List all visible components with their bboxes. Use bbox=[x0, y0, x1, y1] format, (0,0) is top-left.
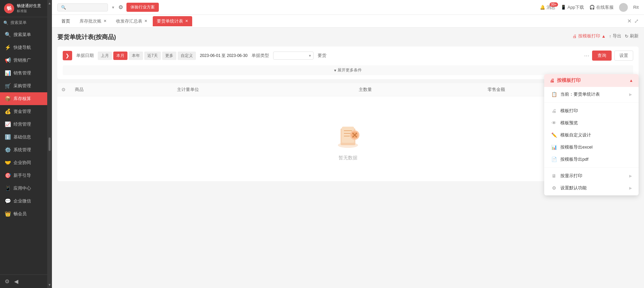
icon-template-excel: 📊 bbox=[551, 145, 557, 150]
sidebar-scrollbar[interactable]: ▲ ▼ bbox=[47, 0, 52, 288]
scroll-thumb[interactable] bbox=[49, 137, 51, 151]
query-btn[interactable]: 查询 bbox=[592, 51, 612, 61]
sidebar-item-finance[interactable]: 💰资金管理 bbox=[0, 105, 47, 118]
trial-btn[interactable]: 体验行业方案 bbox=[126, 3, 159, 12]
sidebar-item-system[interactable]: ⚙️系统管理 bbox=[0, 143, 47, 156]
dropdown-item-template-preview[interactable]: 👁模板预览 bbox=[544, 117, 639, 129]
sidebar-item-weixin[interactable]: 💬企业微信 bbox=[0, 195, 47, 207]
app-download-btn[interactable]: 📱 App下载 bbox=[561, 4, 584, 10]
printer-icon: 🖨 bbox=[573, 34, 577, 39]
date-range-display: 2023-06-01 至 2023-06-30 bbox=[200, 53, 247, 59]
dropdown-set-default[interactable]: ⚙ 设置默认功能 ▶ bbox=[544, 182, 639, 194]
product-label: 要货 bbox=[318, 53, 326, 59]
type-select[interactable] bbox=[273, 52, 314, 60]
filter-more-icon[interactable]: ⋯ bbox=[584, 53, 589, 59]
nav-icon-guide: 🎯 bbox=[5, 172, 11, 179]
dropdown-current-item[interactable]: 📋 当前：要货单统计表 ▶ bbox=[544, 88, 639, 100]
date-btn-7days[interactable]: 近7天 bbox=[144, 52, 161, 60]
refresh-btn[interactable]: ↻ 刷新 bbox=[625, 33, 639, 39]
sidebar-search-item[interactable]: 🔍 搜索菜单 bbox=[0, 17, 47, 28]
dropdown-item-template-custom[interactable]: ✏️模板自定义设计 bbox=[544, 129, 639, 141]
icon-template-custom: ✏️ bbox=[551, 132, 557, 138]
tab-close-receipts[interactable]: ✕ bbox=[144, 19, 147, 23]
date-quick-btns: 上月 本月 本年 近7天 更多 自定义 bbox=[98, 52, 196, 60]
app-logo-icon: 畅 bbox=[4, 3, 14, 13]
sidebar-item-corp[interactable]: 🤝企业协同 bbox=[0, 156, 47, 169]
export-btn[interactable]: ↑ 导出 bbox=[609, 33, 622, 39]
topbar-dropdown-arrow[interactable]: ▼ bbox=[111, 5, 115, 9]
topbar-search[interactable]: 🔍 bbox=[57, 3, 108, 11]
col-product: 商品 bbox=[71, 83, 173, 96]
tab-home[interactable]: 首页 bbox=[57, 16, 74, 26]
tab-close-requisition[interactable]: ✕ bbox=[185, 19, 188, 23]
collapse-icon[interactable]: ◀ bbox=[14, 278, 18, 285]
date-btn-this-month[interactable]: 本月 bbox=[113, 52, 127, 60]
sidebar-item-ops[interactable]: 📈经营管理 bbox=[0, 118, 47, 131]
sidebar-logo: 畅 畅捷通好生意 标准版 bbox=[0, 0, 47, 17]
display-print-icon: 🖥 bbox=[551, 173, 557, 179]
sidebar-item-purchase[interactable]: 🛒采购管理 bbox=[0, 79, 47, 92]
nav-icon-member: 👑 bbox=[5, 211, 11, 217]
dropdown-header[interactable]: 🖨 按模板打印 ▲ bbox=[544, 74, 639, 87]
dropdown-display-print[interactable]: 🖥 按显示打印 ▶ bbox=[544, 170, 639, 182]
filter-collapse-btn[interactable]: ❯ bbox=[63, 51, 72, 60]
icon-template-preview: 👁 bbox=[551, 120, 557, 126]
sidebar-item-guide[interactable]: 🎯新手引导 bbox=[0, 169, 47, 182]
nav-icon-system: ⚙️ bbox=[5, 147, 11, 153]
empty-text: 暂无数据 bbox=[339, 155, 357, 161]
app-icon: 📱 bbox=[561, 5, 566, 10]
dropdown-item-template-print[interactable]: 🖨模板打印 bbox=[544, 105, 639, 117]
nav-label-inventory: 库存核算 bbox=[13, 96, 31, 102]
app-logo-text: 畅捷通好生意 标准版 bbox=[17, 3, 41, 13]
close-all-tabs-icon[interactable]: ✕ bbox=[627, 18, 632, 24]
nav-icon-search: 🔍 bbox=[5, 32, 11, 38]
sidebar-item-inventory[interactable]: 📦库存核算 bbox=[0, 92, 47, 105]
nav-icon-appstore: 📱 bbox=[5, 185, 11, 191]
settings-btn[interactable]: 设置 bbox=[614, 51, 633, 61]
notification-btn[interactable]: 🔔 消息 99+ bbox=[540, 4, 555, 10]
dropdown-collapse-icon[interactable]: ▲ bbox=[629, 78, 633, 83]
tab-close-batch[interactable]: ✕ bbox=[104, 19, 107, 23]
sidebar-item-basic[interactable]: ℹ️基础信息 bbox=[0, 131, 47, 143]
nav-label-marketing: 营销推广 bbox=[13, 57, 31, 63]
dropdown-item-template-pdf[interactable]: 📄按模板导出pdf bbox=[544, 153, 639, 165]
print-dropdown-icon[interactable]: ▲ bbox=[602, 34, 606, 39]
sidebar-item-quick-nav[interactable]: ⚡快捷导航 bbox=[0, 41, 47, 54]
date-btn-last-month[interactable]: 上月 bbox=[98, 52, 112, 60]
sidebar-item-search[interactable]: 🔍搜索菜单 bbox=[0, 28, 47, 41]
date-label: 单据日期 bbox=[76, 53, 94, 59]
nav-label-purchase: 采购管理 bbox=[13, 83, 31, 89]
print-btn[interactable]: 🖨 按模板打印 ▲ bbox=[573, 33, 606, 39]
date-btn-more[interactable]: 更多 bbox=[162, 52, 176, 60]
topbar-gear-icon[interactable]: ⚙ bbox=[118, 4, 123, 10]
sidebar-item-member[interactable]: 👑畅会员 bbox=[0, 207, 47, 220]
nav-icon-inventory: 📦 bbox=[5, 96, 11, 102]
nav-label-ops: 经营管理 bbox=[13, 121, 31, 127]
dropdown-divider-2 bbox=[544, 167, 639, 168]
expand-more-btn[interactable]: ▾ 展开更多条件 bbox=[63, 65, 633, 75]
tab-batch-account[interactable]: 库存批次账 ✕ bbox=[76, 16, 111, 26]
tab-receipts-summary[interactable]: 收发存汇总表 ✕ bbox=[112, 16, 151, 26]
type-select-wrap bbox=[273, 52, 314, 60]
nav-icon-finance: 💰 bbox=[5, 108, 11, 115]
date-btn-custom[interactable]: 自定义 bbox=[178, 52, 196, 60]
icon-template-print: 🖨 bbox=[551, 108, 557, 114]
sidebar-item-appstore[interactable]: 📱应用中心 bbox=[0, 182, 47, 195]
expand-tabs-icon[interactable]: ⤢ bbox=[634, 18, 639, 24]
tab-requisition-stats[interactable]: 要货单统计表 ✕ bbox=[153, 16, 192, 26]
online-service-btn[interactable]: 🎧 在线客服 bbox=[589, 4, 614, 10]
sidebar-item-sales[interactable]: 📊销售管理 bbox=[0, 67, 47, 79]
scroll-down-icon[interactable]: ▼ bbox=[48, 283, 51, 287]
sidebar-item-marketing[interactable]: 📢营销推广 bbox=[0, 54, 47, 67]
user-avatar[interactable] bbox=[619, 3, 628, 12]
nav-label-system: 系统管理 bbox=[13, 147, 31, 153]
current-expand-icon: ▶ bbox=[629, 92, 632, 97]
scroll-up-icon[interactable]: ▲ bbox=[48, 1, 51, 5]
settings-icon[interactable]: ⚙ bbox=[5, 278, 9, 285]
date-btn-this-year[interactable]: 本年 bbox=[129, 52, 143, 60]
print-dropdown-menu: 🖨 按模板打印 ▲ 📋 当前：要货单统计表 ▶ 🖨模板打印👁模板预览✏️模板自定… bbox=[544, 74, 639, 195]
dropdown-title: 🖨 按模板打印 bbox=[550, 77, 581, 84]
dropdown-item-template-excel[interactable]: 📊按模板导出excel bbox=[544, 141, 639, 153]
refresh-icon: ↻ bbox=[625, 34, 628, 39]
table-col-settings-icon[interactable]: ⚙ bbox=[61, 87, 66, 92]
